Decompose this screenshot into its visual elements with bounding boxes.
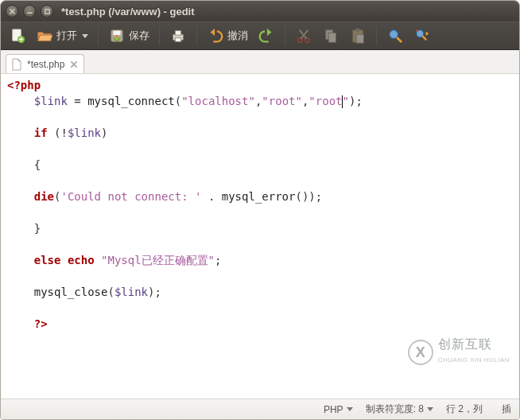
cut-icon xyxy=(295,27,312,45)
svg-rect-7 xyxy=(175,38,180,42)
file-tab[interactable]: *test.php xyxy=(6,54,84,73)
close-icon xyxy=(9,8,16,15)
chevron-down-icon xyxy=(427,407,433,411)
copy-button[interactable] xyxy=(319,24,343,48)
toolbar-separator xyxy=(376,26,377,45)
save-icon xyxy=(108,27,126,45)
window-close-button[interactable] xyxy=(6,5,18,18)
toolbar: 打开 保存 撤消 xyxy=(1,21,519,50)
watermark-logo: X xyxy=(408,340,433,365)
copy-icon xyxy=(322,27,340,45)
watermark-en: CHUANG XIN HULIAN xyxy=(438,352,510,368)
minimize-icon xyxy=(26,8,33,15)
window-minimize-button[interactable] xyxy=(23,5,36,18)
tab-strip: *test.php xyxy=(1,50,519,74)
cursor-label: 行 2，列 xyxy=(446,402,483,416)
svg-rect-0 xyxy=(45,9,49,13)
save-label: 保存 xyxy=(129,29,149,43)
paste-icon xyxy=(349,27,367,45)
undo-label: 撤消 xyxy=(227,29,248,43)
cut-button[interactable] xyxy=(292,24,316,48)
save-button[interactable]: 保存 xyxy=(105,24,153,48)
window-maximize-button[interactable] xyxy=(41,5,53,18)
window-title: *test.php (/var/www) - gedit xyxy=(61,6,195,18)
language-selector[interactable]: PHP xyxy=(324,404,353,415)
title-bar: *test.php (/var/www) - gedit xyxy=(1,1,519,21)
toolbar-separator xyxy=(285,26,285,45)
svg-rect-14 xyxy=(356,34,363,43)
watermark-cn: 创新互联 xyxy=(438,336,510,352)
redo-icon xyxy=(258,27,275,45)
tabwidth-selector[interactable]: 制表符宽度: 8 xyxy=(366,402,433,416)
tab-close-button[interactable] xyxy=(69,60,79,69)
status-bar: PHP 制表符宽度: 8 行 2，列 插 xyxy=(1,399,519,419)
print-button[interactable] xyxy=(166,24,190,48)
open-button[interactable]: 打开 xyxy=(33,24,91,48)
open-folder-icon xyxy=(36,27,53,45)
find-replace-icon xyxy=(413,27,431,45)
code-content: <?php $link = mysql_connect("localhost",… xyxy=(7,77,513,332)
redo-button[interactable] xyxy=(254,24,278,48)
find-replace-button[interactable] xyxy=(410,24,434,48)
find-button[interactable] xyxy=(383,24,407,48)
chevron-down-icon xyxy=(82,34,88,38)
chevron-down-icon xyxy=(347,407,353,411)
svg-rect-11 xyxy=(328,33,336,42)
print-icon xyxy=(169,27,187,45)
svg-rect-6 xyxy=(175,31,180,36)
new-file-button[interactable] xyxy=(6,24,29,48)
document-icon xyxy=(11,58,22,71)
insert-mode: 插 xyxy=(502,402,511,416)
svg-rect-13 xyxy=(355,29,360,32)
close-icon xyxy=(69,60,79,69)
toolbar-separator xyxy=(159,26,160,45)
tab-filename: *test.php xyxy=(27,59,64,70)
svg-rect-4 xyxy=(113,31,120,36)
maximize-icon xyxy=(44,8,51,15)
app-window: *test.php (/var/www) - gedit 打开 保存 xyxy=(0,0,520,420)
undo-icon xyxy=(207,27,224,45)
cursor-position: 行 2，列 xyxy=(446,402,483,416)
language-label: PHP xyxy=(324,404,343,415)
open-label: 打开 xyxy=(56,29,77,43)
code-editor[interactable]: <?php $link = mysql_connect("localhost",… xyxy=(1,74,519,399)
search-icon xyxy=(386,27,404,45)
toolbar-separator xyxy=(196,26,197,45)
tabwidth-label: 制表符宽度: 8 xyxy=(366,402,424,416)
watermark: X 创新互联 CHUANG XIN HULIAN xyxy=(408,336,510,368)
toolbar-separator xyxy=(98,26,99,45)
paste-button[interactable] xyxy=(346,24,370,48)
undo-button[interactable]: 撤消 xyxy=(204,24,251,48)
new-file-icon xyxy=(9,27,26,45)
